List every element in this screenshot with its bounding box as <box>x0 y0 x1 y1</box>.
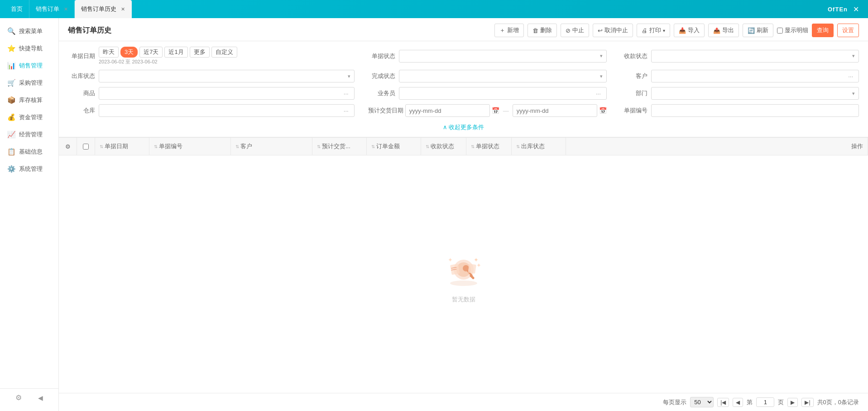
export-button[interactable]: 📤 导出 <box>708 24 739 37</box>
warehouse-status-select[interactable]: ▾ <box>99 70 355 82</box>
sidebar: 🔍 搜索菜单 ⭐ 快捷导航 📊 销售管理 🛒 采购管理 📦 库存核算 💰 资金管… <box>0 18 59 411</box>
sidebar-settings-icon[interactable]: ⚙ <box>15 393 22 402</box>
svg-point-0 <box>450 280 477 286</box>
doc-status-sort-icon[interactable]: ⇅ <box>471 144 475 149</box>
page-number-input[interactable] <box>756 397 774 407</box>
display-toggle-checkbox[interactable] <box>777 28 783 34</box>
sidebar-item-quick-nav[interactable]: ⭐ 快捷导航 <box>0 40 58 57</box>
date-btn-more-label: 更多 <box>194 48 206 55</box>
sidebar-item-purchase-mgmt[interactable]: 🛒 采购管理 <box>0 74 58 92</box>
customer-sort-icon[interactable]: ⇅ <box>235 144 239 149</box>
delete-button[interactable]: 🗑 删除 <box>528 24 557 37</box>
sidebar-item-purchase-mgmt-label: 采购管理 <box>19 79 43 87</box>
amount-sort-icon[interactable]: ⇅ <box>371 144 375 149</box>
customer-select[interactable]: ··· <box>651 70 859 82</box>
doc-number-input[interactable] <box>651 104 859 117</box>
th-amount: ⇅ 订单金额 <box>367 138 421 155</box>
date-btn-1month[interactable]: 近1月 <box>164 47 187 58</box>
next-page-button[interactable]: ▶ <box>787 398 798 407</box>
th-settings[interactable]: ⚙ <box>59 138 77 155</box>
warehouse-select[interactable]: ··· <box>99 104 355 117</box>
print-button[interactable]: 🖨 打印 ▾ <box>637 24 670 37</box>
display-toggle-label: 显示明细 <box>785 26 808 34</box>
goods-select[interactable]: ··· <box>99 87 355 100</box>
warehouse-dots[interactable]: ··· <box>342 107 350 114</box>
payment-status-select[interactable]: ▾ <box>651 50 859 63</box>
th-docno: ⇅ 单据编号 <box>149 138 231 155</box>
sidebar-item-search-menu[interactable]: 🔍 搜索菜单 <box>0 23 58 40</box>
date-sort-icon[interactable]: ⇅ <box>100 144 103 149</box>
tab-sales-order-history-close[interactable]: ✕ <box>121 6 125 12</box>
last-page-button[interactable]: ▶| <box>801 398 813 407</box>
query-label: 查询 <box>817 26 829 34</box>
sidebar-collapse-icon[interactable]: ◀ <box>38 394 43 401</box>
empty-illustration: ✦ ✦ ✦ <box>441 245 486 290</box>
doc-status-select[interactable]: ▾ <box>399 50 607 63</box>
sidebar-item-operations[interactable]: 📈 经营管理 <box>0 126 58 143</box>
settings-button[interactable]: 设置 <box>837 24 859 37</box>
complete-status-select[interactable]: ▾ <box>399 70 607 82</box>
date-btn-3days[interactable]: 3天 <box>120 47 138 58</box>
import-button[interactable]: 📥 导入 <box>674 24 705 37</box>
per-page-select[interactable]: 20 50 100 200 <box>690 397 714 407</box>
filter-row-2: 出库状态 ▾ 完成状态 ▾ 客户 ··· <box>68 70 859 82</box>
payment-sort-icon[interactable]: ⇅ <box>426 144 429 149</box>
sidebar-item-basic-info[interactable]: 📋 基础信息 <box>0 143 58 160</box>
prev-page-button[interactable]: ◀ <box>733 398 743 407</box>
docno-sort-icon[interactable]: ⇅ <box>154 144 158 149</box>
new-label: 新增 <box>507 26 519 34</box>
tab-sales-order[interactable]: 销售订单 ✕ <box>29 0 75 18</box>
stop-button[interactable]: ⊘ 中止 <box>561 24 589 37</box>
per-page-label: 每页显示 <box>663 398 686 406</box>
new-button[interactable]: ＋ 新增 <box>494 24 524 37</box>
sidebar-item-finance[interactable]: 💰 资金管理 <box>0 109 58 126</box>
date-btn-today[interactable]: 昨天 <box>99 47 119 58</box>
page-title: 销售订单历史 <box>68 26 111 35</box>
delivery-date-end-input[interactable] <box>513 104 597 117</box>
delivery-sort-icon[interactable]: ⇅ <box>317 144 321 149</box>
filter-row-4: 仓库 ··· 预计交货日期 📅 — 📅 单据编号 <box>68 104 859 117</box>
select-all-checkbox[interactable] <box>83 144 89 150</box>
quick-nav-icon: ⭐ <box>7 44 15 53</box>
salesperson-select[interactable]: ··· <box>399 87 607 100</box>
sidebar-item-sales-mgmt[interactable]: 📊 销售管理 <box>0 57 58 74</box>
filter-goods: 商品 ··· <box>68 87 355 100</box>
delivery-date-label: 预计交货日期 <box>368 106 403 115</box>
salesperson-label: 业务员 <box>368 89 395 97</box>
th-checkbox[interactable] <box>77 138 95 155</box>
first-page-button[interactable]: |◀ <box>717 398 729 407</box>
calendar-end-icon[interactable]: 📅 <box>599 107 607 114</box>
tab-home[interactable]: 首页 <box>5 0 29 18</box>
department-select[interactable]: ▾ <box>651 87 859 100</box>
collapse-button[interactable]: ∧ 收起更多条件 <box>68 121 859 131</box>
settings-gear-icon[interactable]: ⚙ <box>65 143 71 150</box>
warehouse-sort-icon[interactable]: ⇅ <box>516 144 520 149</box>
app-logo: OfTEn <box>828 6 848 13</box>
sidebar-item-system[interactable]: ⚙️ 系统管理 <box>0 160 58 178</box>
date-btn-custom[interactable]: 自定义 <box>211 47 237 58</box>
calendar-start-icon[interactable]: 📅 <box>492 107 499 114</box>
refresh-icon: 🔄 <box>748 27 755 34</box>
display-toggle: 显示明细 <box>777 26 808 34</box>
customer-dots[interactable]: ··· <box>846 73 855 80</box>
payment-status-label: 收款状态 <box>620 52 647 60</box>
tab-sales-order-close[interactable]: ✕ <box>64 6 68 12</box>
date-btn-7days[interactable]: 近7天 <box>139 47 163 58</box>
goods-dots[interactable]: ··· <box>342 90 350 97</box>
import-label: 导入 <box>688 26 700 34</box>
cancel-stop-button[interactable]: ↩ 取消中止 <box>593 24 633 37</box>
salesperson-dots[interactable]: ··· <box>594 90 603 97</box>
top-close-icon[interactable]: ✕ <box>853 5 859 14</box>
date-btn-7days-label: 近7天 <box>144 48 158 55</box>
query-button[interactable]: 查询 <box>812 24 834 37</box>
print-label: 打印 <box>649 26 661 34</box>
complete-status-label: 完成状态 <box>368 72 395 80</box>
empty-state: ✦ ✦ ✦ 暂无数据 <box>59 155 868 393</box>
tab-sales-order-history[interactable]: 销售订单历史 ✕ <box>75 0 132 18</box>
delivery-date-start-input[interactable] <box>405 104 490 117</box>
sidebar-item-inventory[interactable]: 📦 库存核算 <box>0 92 58 109</box>
refresh-button[interactable]: 🔄 刷新 <box>743 24 773 37</box>
pagination-bar: 每页显示 20 50 100 200 |◀ ◀ 第 页 ▶ ▶| 共0页，0条记… <box>59 393 868 411</box>
date-btn-more[interactable]: 更多 <box>190 47 210 58</box>
print-arrow-icon: ▾ <box>663 28 665 33</box>
